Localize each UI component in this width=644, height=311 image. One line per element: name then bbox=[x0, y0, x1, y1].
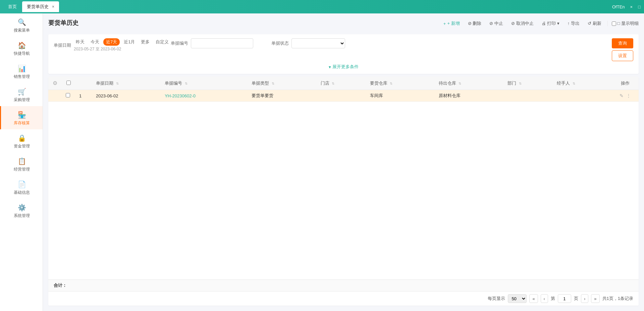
date-filter-label: 单据日期 bbox=[54, 42, 71, 48]
refresh-button[interactable]: ↺ 刷新 bbox=[586, 19, 603, 28]
sidebar-label-basic-info: 基础信息 bbox=[14, 190, 30, 195]
page-input[interactable] bbox=[558, 294, 571, 303]
th-settings: ⚙ bbox=[48, 77, 62, 90]
th-store-label: 门店 bbox=[321, 81, 329, 86]
cancel-stop-button[interactable]: ⊘ 取消中止 bbox=[509, 19, 536, 28]
export-button[interactable]: ↑ 导出 bbox=[566, 19, 582, 28]
sidebar-item-inventory[interactable]: 🏪 库存核算 bbox=[0, 106, 43, 129]
expand-more-label: 展开更多条件 bbox=[332, 64, 359, 70]
sidebar: 🔍 搜索菜单 🏠 快捷导航 📊 销售管理 🛒 采购管理 🏪 库存核算 🔒 资金管… bbox=[0, 13, 43, 311]
prev-page-button[interactable]: ‹ bbox=[541, 294, 548, 303]
sidebar-item-operation-mgmt[interactable]: 📋 经营管理 bbox=[0, 152, 43, 176]
date-shortcut-custom[interactable]: 自定义 bbox=[154, 38, 171, 46]
bill-no-input[interactable] bbox=[191, 38, 253, 48]
tab-home[interactable]: 首页 bbox=[3, 1, 21, 12]
table-head: ⚙ 单据日期 ⇅ 单据编号 bbox=[48, 77, 639, 90]
window-maximize-icon[interactable]: □ bbox=[638, 4, 641, 9]
window-close-icon[interactable]: × bbox=[630, 4, 633, 9]
row-bill-no-link[interactable]: YH-20230602-0 bbox=[165, 93, 196, 98]
new-button[interactable]: + + 新增 bbox=[441, 19, 462, 28]
th-bill-type: 单据类型 ⇅ bbox=[248, 77, 316, 90]
sidebar-item-quick-nav[interactable]: 🏠 快捷导航 bbox=[0, 37, 43, 60]
cancel-stop-label: ⊘ 取消中止 bbox=[511, 20, 534, 27]
th-bill-type-label: 单据类型 bbox=[252, 81, 269, 86]
date-shortcut-today[interactable]: 今天 bbox=[89, 38, 101, 46]
date-shortcut-7days[interactable]: 近7天 bbox=[103, 38, 120, 46]
tab-requisition-history[interactable]: 要货单历史 × bbox=[22, 1, 59, 12]
status-select[interactable] bbox=[291, 38, 345, 48]
table-header-row: ⚙ 单据日期 ⇅ 单据编号 bbox=[48, 77, 639, 90]
td-checkbox bbox=[62, 90, 75, 102]
th-date-sort-icon[interactable]: ⇅ bbox=[116, 82, 119, 85]
table-wrapper: ⚙ 单据日期 ⇅ 单据编号 bbox=[48, 77, 639, 306]
sidebar-item-search-menu[interactable]: 🔍 搜索菜单 bbox=[0, 13, 43, 37]
th-store: 门店 ⇅ bbox=[317, 77, 366, 90]
stop-button[interactable]: ⊘ 中止 bbox=[487, 19, 505, 28]
table-row: 1 2023-06-02 YH-20230602-0 要货单要货 bbox=[48, 90, 639, 102]
th-checkbox bbox=[62, 77, 75, 90]
table-body: 1 2023-06-02 YH-20230602-0 要货单要货 bbox=[48, 90, 639, 102]
th-req-warehouse-sort-icon[interactable]: ⇅ bbox=[390, 82, 392, 85]
query-button[interactable]: 查询 bbox=[612, 38, 633, 48]
sidebar-item-basic-info[interactable]: 📄 基础信息 bbox=[0, 176, 43, 199]
row-checkbox[interactable] bbox=[66, 93, 70, 97]
bill-no-filter-group: 单据编号 bbox=[171, 38, 271, 48]
delete-button[interactable]: ⊘ 删除 bbox=[466, 19, 484, 28]
th-actions-label: 操作 bbox=[621, 81, 630, 86]
row-date: 2023-06-02 bbox=[96, 93, 118, 98]
date-shortcut-more[interactable]: 更多 bbox=[139, 38, 152, 46]
td-dept bbox=[503, 90, 553, 102]
date-shortcut-1month[interactable]: 近1月 bbox=[122, 38, 137, 46]
sidebar-label-sales-mgmt: 销售管理 bbox=[14, 74, 30, 80]
toolbar-separator bbox=[607, 21, 608, 26]
system-icon: ⚙️ bbox=[18, 204, 26, 212]
row-num: 1 bbox=[79, 93, 82, 98]
th-store-sort-icon[interactable]: ⇅ bbox=[332, 82, 334, 85]
status-label: 单据状态 bbox=[271, 40, 289, 46]
data-table: ⚙ 单据日期 ⇅ 单据编号 bbox=[48, 77, 639, 102]
th-req-warehouse-label: 要货仓库 bbox=[370, 81, 387, 86]
th-pending-warehouse-sort-icon[interactable]: ⇅ bbox=[459, 82, 461, 85]
select-all-checkbox[interactable] bbox=[66, 81, 71, 85]
setting-button[interactable]: 设置 bbox=[612, 50, 633, 61]
th-handler-label: 经手人 bbox=[557, 81, 570, 86]
row-req-warehouse: 车间库 bbox=[370, 93, 383, 98]
search-icon: 🔍 bbox=[18, 18, 26, 26]
expand-more-button[interactable]: ▾ 展开更多条件 bbox=[54, 64, 633, 70]
content-area: 要货单历史 + + 新增 ⊘ 删除 ⊘ 中止 ⊘ 取消中止 🖨 打印 ▾ bbox=[43, 13, 644, 311]
sidebar-item-system-mgmt[interactable]: ⚙️ 系统管理 bbox=[0, 199, 43, 222]
bill-no-label: 单据编号 bbox=[171, 40, 188, 46]
last-page-button[interactable]: » bbox=[591, 294, 599, 303]
sidebar-label-finance-mgmt: 资金管理 bbox=[14, 143, 30, 149]
sidebar-item-finance-mgmt[interactable]: 🔒 资金管理 bbox=[0, 129, 43, 152]
row-edit-icon[interactable]: ✎ bbox=[620, 93, 624, 98]
th-pending-warehouse: 待出仓库 ⇅ bbox=[435, 77, 503, 90]
th-bill-type-sort-icon[interactable]: ⇅ bbox=[272, 82, 274, 85]
th-bill-no-sort-icon[interactable]: ⇅ bbox=[185, 82, 187, 85]
sales-icon: 📊 bbox=[18, 64, 26, 73]
filter-actions: 查询 设置 bbox=[612, 38, 633, 61]
th-date: 单据日期 ⇅ bbox=[92, 77, 161, 90]
sidebar-item-sales-mgmt[interactable]: 📊 销售管理 bbox=[0, 60, 43, 83]
tab-requisition-history-label: 要货单历史 bbox=[27, 4, 49, 10]
th-pending-warehouse-label: 待出仓库 bbox=[439, 81, 456, 86]
stop-label: ⊘ 中止 bbox=[489, 20, 503, 27]
row-more-icon[interactable]: ⋮ bbox=[626, 93, 631, 98]
show-detail-input[interactable] bbox=[612, 21, 616, 26]
home-icon: 🏠 bbox=[18, 41, 26, 49]
first-page-button[interactable]: « bbox=[529, 294, 538, 303]
basic-info-icon: 📄 bbox=[18, 180, 26, 188]
date-shortcut-yesterday[interactable]: 昨天 bbox=[74, 38, 87, 46]
next-page-button[interactable]: › bbox=[581, 294, 588, 303]
show-detail-checkbox[interactable]: □ 显示明细 bbox=[612, 20, 639, 27]
per-page-select[interactable]: 50 10 20 100 bbox=[508, 294, 527, 303]
column-settings-icon[interactable]: ⚙ bbox=[53, 80, 57, 86]
often-label: OfTEn bbox=[612, 4, 625, 9]
print-button[interactable]: 🖨 打印 ▾ bbox=[540, 19, 561, 28]
th-dept-sort-icon[interactable]: ⇅ bbox=[519, 82, 522, 85]
tab-close-icon[interactable]: × bbox=[52, 4, 54, 9]
th-handler-sort-icon[interactable]: ⇅ bbox=[573, 82, 575, 85]
new-label: + 新增 bbox=[447, 20, 460, 27]
th-req-warehouse: 要货仓库 ⇅ bbox=[366, 77, 435, 90]
sidebar-item-purchase-mgmt[interactable]: 🛒 采购管理 bbox=[0, 83, 43, 106]
